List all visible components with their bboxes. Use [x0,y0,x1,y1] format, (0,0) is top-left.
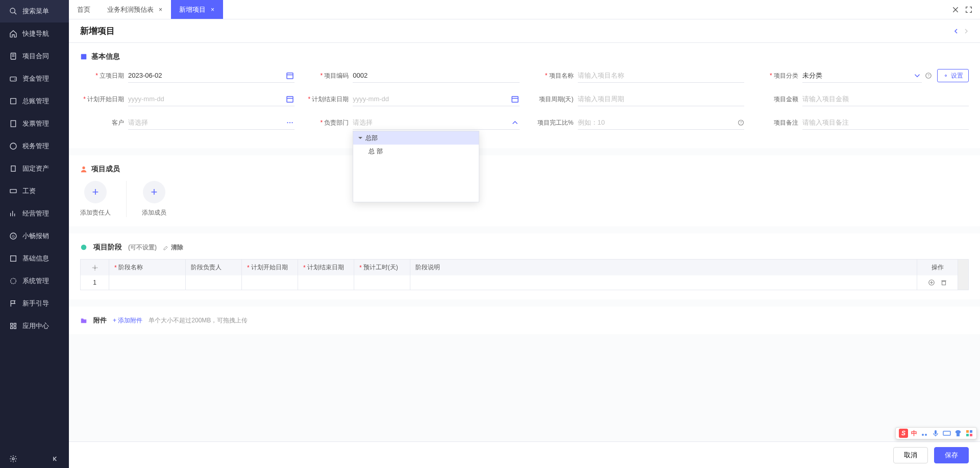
sidebar-item-tax[interactable]: 税务管理 [0,135,69,157]
svg-point-40 [94,267,96,269]
sidebar-item-quicknav[interactable]: 快捷导航 [0,22,69,45]
chart-icon [9,209,17,218]
field-cycle[interactable] [578,92,744,106]
info-icon [9,254,17,263]
section-basic: 基本信息 *立项日期 2023-06-02 *项目编码 [69,43,980,148]
sidebar-item-project[interactable]: 项目合同 [0,45,69,67]
progress-input[interactable] [578,119,734,126]
dropdown-node-root[interactable]: 总部 [353,131,479,145]
cancel-button[interactable]: 取消 [893,447,928,463]
tab-profit[interactable]: 业务利润预估表× [99,0,171,19]
ime-punct-icon[interactable] [920,429,928,437]
cell-hours[interactable] [354,275,410,290]
ime-skin-icon[interactable] [954,429,962,437]
name-input[interactable] [578,72,744,79]
chevron-up-icon[interactable] [510,118,520,127]
help-icon[interactable]: ? [738,119,744,126]
tab-home[interactable]: 首页 [69,0,99,19]
section-basic-icon [80,53,87,60]
section-stages-icon [80,244,87,251]
svg-point-9 [10,143,16,149]
field-plan-start[interactable] [128,92,295,106]
field-category[interactable]: 未分类 [802,68,922,83]
ime-logo-icon: S [899,429,908,438]
close-all-icon[interactable] [951,6,960,14]
ime-lang[interactable]: 中 [911,429,917,438]
svg-rect-18 [11,326,13,329]
ime-toolbar[interactable]: S 中 [895,427,977,439]
ime-keyboard-icon[interactable] [943,429,951,437]
cell-desc[interactable] [410,275,917,290]
close-icon[interactable]: × [159,6,162,13]
sidebar-search[interactable]: 搜索菜单 [0,0,69,22]
field-date[interactable]: 2023-06-02 [128,68,295,83]
cell-name[interactable] [109,275,186,290]
sidebar-item-business[interactable]: 经营管理 [0,202,69,225]
sidebar-item-expense[interactable]: G小畅报销 [0,225,69,247]
add-owner-button[interactable]: + [84,181,107,203]
sidebar-item-assets[interactable]: 固定资产 [0,157,69,180]
amount-input[interactable] [802,95,969,103]
sidebar-item-salary[interactable]: 工资 [0,180,69,202]
more-icon[interactable] [285,118,295,127]
next-icon[interactable] [964,29,969,34]
gear-icon[interactable] [91,264,99,271]
cell-end[interactable] [298,275,354,290]
calendar-icon[interactable] [285,71,295,80]
clear-stages-button[interactable]: 清除 [163,243,183,252]
wallet-icon [9,75,17,83]
svg-point-46 [922,434,924,436]
field-code[interactable] [353,68,519,83]
scrollbar[interactable] [958,275,968,290]
delete-row-icon[interactable] [940,279,947,286]
sidebar-item-system[interactable]: 系统管理 [0,270,69,292]
collapse-icon[interactable] [52,455,60,463]
field-amount[interactable] [802,92,969,106]
calendar-icon[interactable] [285,95,295,104]
prev-icon[interactable] [953,29,959,34]
chevron-down-icon[interactable] [913,71,922,80]
tab-new-project[interactable]: 新增项目× [171,0,223,19]
cell-start[interactable] [242,275,298,290]
field-remark[interactable] [802,115,969,130]
code-input[interactable] [353,72,519,79]
content: 基本信息 *立项日期 2023-06-02 *项目编码 [69,43,980,468]
customer-input[interactable] [128,119,285,126]
dropdown-node-child[interactable]: 总 部 [353,145,479,158]
table-row[interactable]: 1 [81,275,968,290]
add-member-button[interactable]: + [143,181,165,203]
plan-end-input[interactable] [353,95,510,103]
settings-icon[interactable] [9,455,17,463]
save-button[interactable]: 保存 [934,447,969,463]
ime-toolbox-icon[interactable] [965,429,973,437]
add-row-icon[interactable] [928,279,935,286]
department-input[interactable] [353,119,510,126]
fullscreen-icon[interactable] [965,6,973,14]
sidebar-item-funds[interactable]: 资金管理 [0,67,69,90]
field-name[interactable] [578,68,744,83]
remark-input[interactable] [802,119,969,126]
field-progress[interactable]: ? [578,115,744,130]
sidebar-item-baseinfo[interactable]: 基础信息 [0,247,69,270]
field-customer[interactable] [128,115,295,130]
ime-mic-icon[interactable] [932,429,940,437]
sidebar-item-guide[interactable]: 新手引导 [0,292,69,315]
calendar-icon[interactable] [510,95,520,104]
footer-bar: 取消 保存 [69,441,980,468]
add-attachment-button[interactable]: + 添加附件 [113,316,142,325]
sidebar-item-ledger[interactable]: 总账管理 [0,90,69,112]
svg-rect-51 [970,430,972,433]
section-attachments-title: 附件 [93,316,107,325]
plan-start-input[interactable] [128,95,285,103]
close-icon[interactable]: × [211,6,214,13]
help-icon[interactable]: ? [925,72,932,79]
sidebar-item-invoice[interactable]: 发票管理 [0,112,69,135]
field-plan-end[interactable] [353,92,519,106]
cell-owner[interactable] [186,275,242,290]
field-department[interactable]: 总部 总 部 [353,115,519,130]
svg-rect-48 [935,430,937,434]
sidebar-item-apps[interactable]: 应用中心 [0,315,69,337]
svg-line-1 [14,12,16,14]
category-settings-button[interactable]: 设置 [937,69,969,82]
cycle-input[interactable] [578,95,744,103]
